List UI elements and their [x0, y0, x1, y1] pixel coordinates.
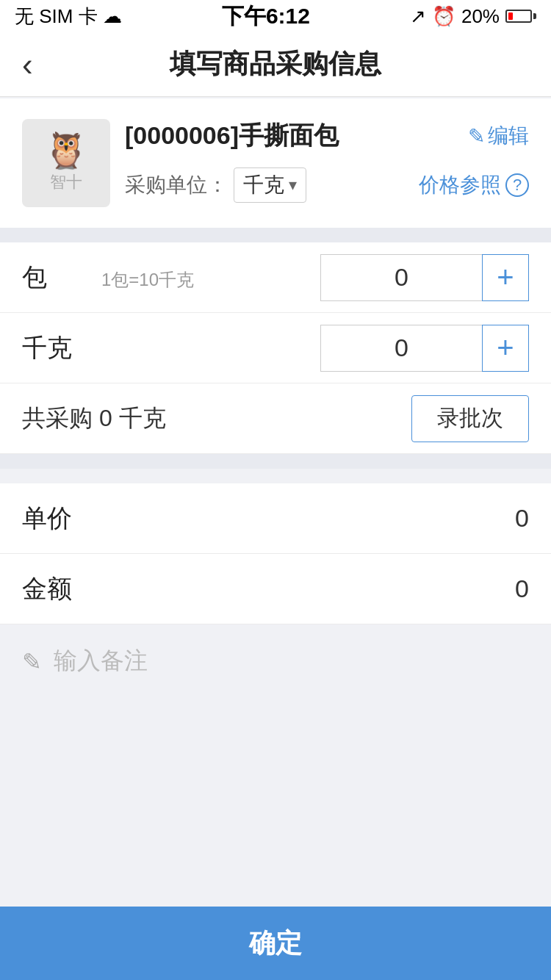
battery-percent: 20%	[461, 5, 500, 28]
product-info: [0000006]手撕面包 ✎ 编辑 采购单位： 千克 ▾ 价格参照 ?	[125, 119, 529, 203]
bao-input-wrap: 0 +	[194, 254, 529, 301]
dropdown-icon: ▾	[289, 176, 297, 195]
battery-icon	[505, 10, 536, 23]
amount-row: 金额 0	[0, 554, 551, 624]
bao-plus-button[interactable]: +	[482, 254, 529, 301]
kg-plus-button[interactable]: +	[482, 325, 529, 372]
unit-select[interactable]: 千克 ▾	[234, 167, 306, 203]
kg-value: 0	[395, 334, 408, 362]
bao-value: 0	[395, 263, 408, 292]
divider-1	[0, 228, 551, 242]
nav-bar: ‹ 填写商品采购信息	[0, 32, 551, 97]
bao-label: 包	[22, 261, 96, 295]
product-unit-row: 采购单位： 千克 ▾ 价格参照 ?	[125, 167, 529, 203]
amount-value: 0	[515, 574, 529, 603]
kg-input-row: 千克 0 +	[0, 313, 551, 383]
price-ref-button[interactable]: 价格参照 ?	[419, 171, 529, 199]
batch-button[interactable]: 录批次	[411, 395, 529, 442]
status-time: 下午6:12	[222, 1, 310, 32]
unit-price-value: 0	[515, 504, 529, 533]
input-section: 包 1包=10千克 0 + 千克 0 + 共采购	[0, 242, 551, 454]
status-bar: 无 SIM 卡 ☁ 下午6:12 ↗ ⏰ 20%	[0, 0, 551, 32]
confirm-button[interactable]: 确定	[0, 907, 551, 980]
unit-price-row: 单价 0	[0, 483, 551, 554]
status-right: ↗ ⏰ 20%	[410, 5, 536, 28]
amount-label: 金额	[22, 572, 72, 606]
kg-input-box[interactable]: 0	[320, 325, 482, 372]
bao-input-row: 包 1包=10千克 0 +	[0, 242, 551, 313]
pencil-icon: ✎	[22, 648, 42, 676]
kg-input-wrap: 0 +	[96, 325, 529, 372]
edit-label: 编辑	[488, 122, 529, 150]
product-card: 🦉 智十 [0000006]手撕面包 ✎ 编辑 采购单位： 千克 ▾	[0, 98, 551, 228]
edit-icon: ✎	[468, 124, 485, 148]
page-title: 填写商品采购信息	[170, 46, 381, 82]
kg-label: 千克	[22, 331, 96, 365]
summary-text: 共采购 0 千克	[22, 403, 166, 435]
summary-row: 共采购 0 千克 录批次	[0, 383, 551, 454]
alarm-icon: ⏰	[432, 5, 455, 28]
product-thumbnail: 🦉 智十	[22, 119, 110, 207]
price-ref-label: 价格参照	[419, 171, 501, 199]
owl-icon: 🦉	[44, 133, 88, 168]
unit-value: 千克	[243, 171, 284, 199]
note-section[interactable]: ✎ 输入备注	[0, 624, 551, 771]
unit-label: 采购单位：	[125, 171, 228, 199]
sim-status: 无 SIM 卡 ☁	[15, 4, 122, 29]
page: 无 SIM 卡 ☁ 下午6:12 ↗ ⏰ 20% ‹ 填写商品采购信息 🦉 智十	[0, 0, 551, 980]
info-section: 单价 0 金额 0	[0, 483, 551, 624]
bao-sub-label: 1包=10千克	[101, 268, 194, 292]
product-full-name: [0000006]手撕面包	[125, 119, 339, 153]
status-left: 无 SIM 卡 ☁	[15, 4, 122, 29]
info-icon: ?	[505, 173, 529, 197]
product-name-row: [0000006]手撕面包 ✎ 编辑	[125, 119, 529, 153]
bao-input-box[interactable]: 0	[320, 254, 482, 301]
location-icon: ↗	[410, 5, 426, 28]
divider-2	[0, 454, 551, 469]
unit-price-label: 单价	[22, 502, 72, 536]
note-placeholder: 输入备注	[54, 645, 148, 677]
thumbnail-text: 智十	[50, 171, 82, 193]
back-button[interactable]: ‹	[22, 48, 33, 81]
product-edit-button[interactable]: ✎ 编辑	[468, 122, 529, 150]
